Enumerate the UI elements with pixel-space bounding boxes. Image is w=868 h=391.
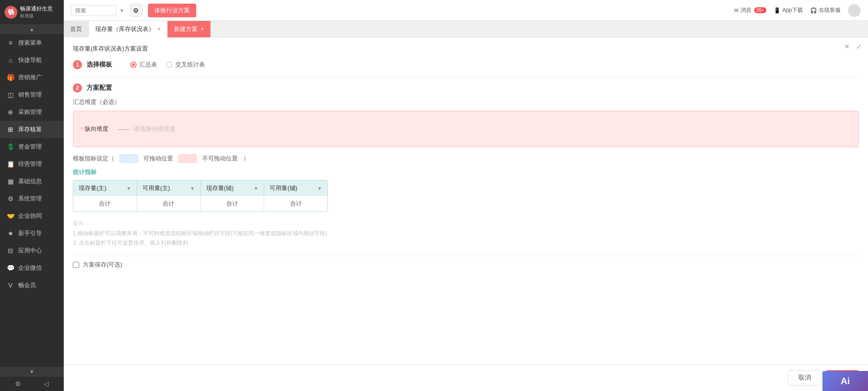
top-bar-left: ▼ ⚙ 体验行业方案 bbox=[71, 4, 196, 17]
col-header-1[interactable]: 可用量(主) ▼ bbox=[137, 180, 201, 196]
tab-home-label: 首页 bbox=[70, 25, 82, 33]
tips-title: 提示： bbox=[73, 220, 89, 226]
tab-inventory-close-icon[interactable]: ✕ bbox=[157, 26, 161, 31]
purchase-icon: ⊕ bbox=[6, 108, 15, 116]
col-header-2-label: 现存量(辅) bbox=[206, 184, 234, 192]
template-radio-group: 汇总表 交叉统计表 bbox=[130, 61, 205, 69]
member-icon: V bbox=[6, 281, 15, 289]
search-input[interactable] bbox=[71, 5, 117, 16]
ai-float-button[interactable]: Ai bbox=[822, 371, 868, 391]
sidebar-item-member[interactable]: V 畅会员 bbox=[0, 277, 64, 294]
marketing-icon: 🎁 bbox=[6, 73, 15, 82]
tip-2: 2. 点击标题栏下拉可设置排序、插入列和删除列 bbox=[73, 238, 859, 248]
sidebar-bottom: ⚙ ◁ bbox=[0, 376, 64, 391]
sidebar-settings-icon[interactable]: ⚙ bbox=[15, 380, 21, 387]
sidebar-item-wechat[interactable]: 💬 企业微信 bbox=[0, 259, 64, 277]
step1-number: 1 bbox=[73, 60, 82, 69]
col-header-3-label: 可用量(辅) bbox=[270, 184, 297, 192]
messages-button[interactable]: ✉ 消息 99+ bbox=[734, 6, 766, 14]
step1-section: 1 选择模板 汇总表 交叉统计表 bbox=[73, 60, 859, 69]
save-checkbox[interactable] bbox=[73, 262, 79, 268]
sidebar-item-apps[interactable]: ⊟ 应用中心 bbox=[0, 242, 64, 259]
ai-label: Ai bbox=[841, 376, 850, 386]
unmovable-indicator bbox=[179, 154, 197, 163]
quick-nav-icon: ⌂ bbox=[6, 56, 15, 64]
sidebar-item-newbie[interactable]: ★ 新手引导 bbox=[0, 225, 64, 242]
app-download-icon: 📱 bbox=[774, 7, 781, 14]
settings-gear-icon[interactable]: ⚙ bbox=[130, 4, 143, 17]
col-header-3-dropdown-icon[interactable]: ▼ bbox=[317, 186, 322, 191]
sidebar-item-search[interactable]: ≡ 搜索菜单 bbox=[0, 34, 64, 51]
dimension-dash: —— bbox=[117, 126, 129, 133]
stats-table-body: 合计 合计 合计 合计 bbox=[73, 196, 327, 211]
panel-close-button[interactable]: ✕ bbox=[842, 41, 853, 52]
template-indicator-row: 模板指标设定（ 可拖动位置 不可拖动位置 ） bbox=[73, 154, 859, 163]
stats-table: 现存量(主) ▼ 可用量(主) ▼ 现存量(辅) ▼ 可用量(辅) bbox=[73, 180, 328, 212]
col-header-0-dropdown-icon[interactable]: ▼ bbox=[127, 186, 131, 191]
radio-summary[interactable]: 汇总表 bbox=[130, 61, 157, 69]
dimension-field-label: 纵向维度 bbox=[85, 125, 108, 133]
tab-new-scheme-close-icon[interactable]: ✕ bbox=[200, 26, 204, 31]
sidebar-item-label: 新手引导 bbox=[18, 229, 42, 237]
newbie-icon: ★ bbox=[6, 229, 15, 237]
tips-area: 提示： 1.拖动标题栏可以调整布局，不可跨维度或指标区域拖动栏目字段(只能在同一… bbox=[73, 219, 859, 248]
step2-section: 2 方案配置 汇总维度（必选） * 纵向维度 —— 请选择分组维度 模板指标设定… bbox=[73, 83, 859, 248]
search-menu-icon: ≡ bbox=[6, 39, 15, 47]
col-header-0[interactable]: 现存量(主) ▼ bbox=[73, 180, 137, 196]
sidebar-item-finance[interactable]: 💲 资金管理 bbox=[0, 138, 64, 155]
sidebar-sound-icon[interactable]: ◁ bbox=[44, 380, 49, 387]
app-download-button[interactable]: 📱 App下载 bbox=[774, 6, 803, 14]
sidebar-item-label: 系统管理 bbox=[18, 195, 42, 203]
messages-label: 消息 bbox=[740, 6, 751, 14]
tab-home[interactable]: 首页 bbox=[64, 21, 89, 37]
sidebar-item-label: 企业微信 bbox=[18, 264, 42, 272]
radio-cross-dot bbox=[166, 62, 173, 68]
messages-badge: 99+ bbox=[754, 7, 766, 13]
col-header-2-dropdown-icon[interactable]: ▼ bbox=[254, 186, 258, 191]
template-settings-label: 模板指标设定（ bbox=[73, 154, 114, 163]
trial-industry-button[interactable]: 体验行业方案 bbox=[148, 4, 196, 17]
tab-new-scheme[interactable]: 新建方案 ✕ bbox=[168, 21, 211, 37]
sidebar-item-purchase[interactable]: ⊕ 采购管理 bbox=[0, 103, 64, 121]
step1-header: 1 选择模板 汇总表 交叉统计表 bbox=[73, 60, 859, 69]
step2-label: 方案配置 bbox=[87, 84, 112, 92]
enterprise-icon: 🤝 bbox=[6, 212, 15, 220]
sidebar-item-label: 经营管理 bbox=[18, 160, 42, 168]
sidebar-item-enterprise[interactable]: 🤝 企业协同 bbox=[0, 207, 64, 225]
sidebar-item-marketing[interactable]: 🎁 营销推广 bbox=[0, 69, 64, 86]
movable-indicator bbox=[120, 154, 138, 163]
sidebar-item-sales[interactable]: ◫ 销售管理 bbox=[0, 86, 64, 103]
dimension-config-area[interactable]: * 纵向维度 —— 请选择分组维度 bbox=[73, 111, 859, 147]
content-area: ✕ ⤢ 现存量(库存状况表)方案设置 1 选择模板 汇总表 bbox=[64, 37, 868, 364]
tab-new-scheme-label: 新建方案 bbox=[174, 25, 198, 33]
sidebar-item-operations[interactable]: 📋 经营管理 bbox=[0, 155, 64, 173]
cancel-button[interactable]: 取消 bbox=[788, 370, 822, 386]
sidebar-item-label: 库存核算 bbox=[18, 125, 42, 134]
top-bar-search: ▼ bbox=[71, 5, 124, 16]
tab-inventory-status[interactable]: 现存量（库存状况表） ✕ bbox=[89, 21, 168, 37]
col-header-2[interactable]: 现存量(辅) ▼ bbox=[201, 180, 265, 196]
col-header-3[interactable]: 可用量(辅) ▼ bbox=[264, 180, 327, 196]
radio-cross[interactable]: 交叉统计表 bbox=[166, 61, 205, 69]
online-service-button[interactable]: 🎧 在线客服 bbox=[810, 6, 841, 14]
dimension-placeholder: 请选择分组维度 bbox=[134, 125, 175, 133]
col-header-0-label: 现存量(主) bbox=[79, 184, 107, 192]
sidebar-item-label: 资金管理 bbox=[18, 143, 42, 151]
step2-header: 2 方案配置 bbox=[73, 83, 859, 93]
sidebar-scroll-down[interactable]: ▼ bbox=[0, 367, 64, 376]
sidebar-item-basic[interactable]: ▦ 基础信息 bbox=[0, 173, 64, 190]
panel-expand-button[interactable]: ⤢ bbox=[853, 41, 864, 52]
app-logo: 畅 畅康通好生意 标准版 bbox=[0, 0, 64, 25]
sidebar-scroll-up[interactable]: ▲ bbox=[0, 25, 64, 34]
sidebar-item-inventory[interactable]: ⊞ 库存核算 bbox=[0, 121, 64, 138]
user-avatar[interactable] bbox=[848, 4, 861, 17]
sidebar-item-system[interactable]: ⚙ 系统管理 bbox=[0, 190, 64, 207]
finance-icon: 💲 bbox=[6, 143, 15, 151]
stats-section-label: 统计指标 bbox=[73, 168, 859, 176]
col-header-1-dropdown-icon[interactable]: ▼ bbox=[190, 186, 195, 191]
search-dropdown-icon[interactable]: ▼ bbox=[119, 8, 124, 13]
sidebar: 畅 畅康通好生意 标准版 ▲ ≡ 搜索菜单 ⌂ 快捷导航 🎁 营销推广 ◫ 销售… bbox=[0, 0, 64, 391]
sidebar-item-quick-nav[interactable]: ⌂ 快捷导航 bbox=[0, 51, 64, 69]
tabs-bar: 首页 现存量（库存状况表） ✕ 新建方案 ✕ bbox=[64, 21, 868, 37]
operations-icon: 📋 bbox=[6, 160, 15, 168]
